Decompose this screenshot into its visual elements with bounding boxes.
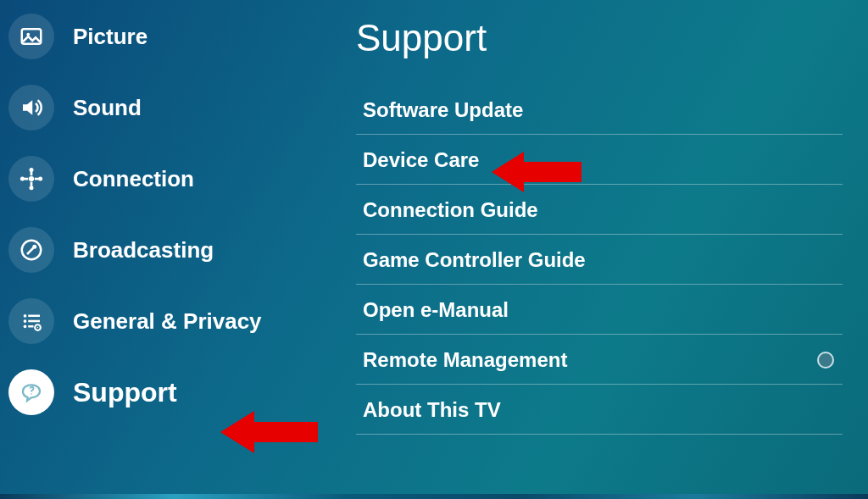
svg-point-11 <box>24 324 27 328</box>
broadcasting-icon <box>8 227 54 273</box>
support-menu-list: Software Update Device Care Connection G… <box>356 85 843 435</box>
menu-item-label: Remote Management <box>363 348 567 372</box>
settings-icon <box>8 298 54 344</box>
menu-item-label: About This TV <box>363 398 501 422</box>
sound-icon <box>8 85 54 130</box>
sidebar-item-label: Sound <box>73 95 142 121</box>
menu-item-label: Open e-Manual <box>363 298 509 322</box>
picture-icon <box>8 14 54 59</box>
sidebar-item-connection[interactable]: Connection <box>8 151 314 207</box>
sidebar-item-general-privacy[interactable]: General & Privacy <box>8 293 314 349</box>
svg-point-4 <box>30 186 34 190</box>
radio-indicator-icon <box>817 352 834 369</box>
menu-item-open-emanual[interactable]: Open e-Manual <box>356 285 843 335</box>
menu-item-connection-guide[interactable]: Connection Guide <box>356 185 843 235</box>
menu-item-device-care[interactable]: Device Care <box>356 135 843 185</box>
sidebar-item-picture[interactable]: Picture <box>8 8 314 64</box>
connection-icon <box>8 156 54 202</box>
menu-item-label: Game Controller Guide <box>363 248 586 272</box>
menu-item-label: Software Update <box>363 98 523 122</box>
svg-point-14 <box>31 393 32 395</box>
svg-point-3 <box>30 168 34 172</box>
svg-point-10 <box>24 319 27 323</box>
menu-item-game-controller-guide[interactable]: Game Controller Guide <box>356 235 843 285</box>
svg-point-5 <box>20 177 25 181</box>
menu-item-label: Connection Guide <box>363 198 538 222</box>
sidebar-item-sound[interactable]: Sound <box>8 80 314 136</box>
svg-point-12 <box>34 324 42 331</box>
sidebar-item-label: Support <box>73 377 177 408</box>
bottom-accent-bar <box>0 494 868 499</box>
sidebar-item-label: General & Privacy <box>73 308 262 335</box>
sidebar-item-label: Connection <box>73 166 194 192</box>
sidebar-item-broadcasting[interactable]: Broadcasting <box>8 222 314 278</box>
sidebar-item-support[interactable]: Support <box>8 364 314 420</box>
main-panel: Support Software Update Device Care Conn… <box>314 0 868 499</box>
menu-item-about-this-tv[interactable]: About This TV <box>356 385 843 435</box>
menu-item-software-update[interactable]: Software Update <box>356 85 843 135</box>
svg-point-2 <box>29 176 34 181</box>
sidebar-item-label: Picture <box>73 24 147 50</box>
sidebar-item-label: Broadcasting <box>73 237 214 263</box>
svg-point-9 <box>24 314 27 318</box>
menu-item-remote-management[interactable]: Remote Management <box>356 335 843 385</box>
svg-point-6 <box>38 177 42 181</box>
menu-item-label: Device Care <box>363 148 479 172</box>
support-icon <box>8 369 54 415</box>
svg-rect-0 <box>22 29 42 44</box>
page-title: Support <box>356 17 843 59</box>
settings-sidebar: Picture Sound Connection <box>0 0 314 499</box>
